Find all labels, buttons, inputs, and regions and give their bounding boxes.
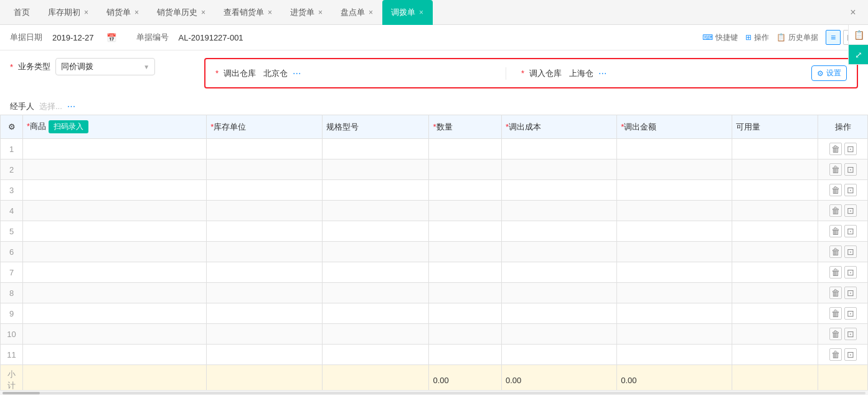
history-button[interactable]: 📋 历史单据 (776, 32, 818, 43)
copy-icon-11[interactable]: ⊡ (844, 348, 857, 361)
cell-product-4[interactable] (23, 201, 207, 221)
cell-available-3[interactable] (732, 180, 818, 201)
cell-cost-11[interactable] (501, 345, 616, 365)
cell-spec-11[interactable] (322, 345, 429, 365)
cell-amount-3[interactable] (617, 180, 732, 201)
delete-icon-10[interactable]: 🗑 (829, 328, 842, 340)
delete-icon-5[interactable]: 🗑 (829, 225, 842, 237)
cell-unit-4[interactable] (207, 201, 322, 221)
copy-icon-8[interactable]: ⊡ (844, 287, 857, 299)
cell-product-5[interactable] (23, 221, 207, 242)
cell-spec-5[interactable] (322, 221, 429, 242)
cell-amount-11[interactable] (617, 345, 732, 365)
copy-icon-1[interactable]: ⊡ (844, 143, 857, 155)
close-purchase-order[interactable]: × (318, 8, 323, 17)
copy-icon-4[interactable]: ⊡ (844, 204, 857, 217)
cell-quantity-7[interactable] (429, 262, 502, 283)
cell-available-8[interactable] (732, 283, 818, 303)
tab-view-sales[interactable]: 查看销货单 × (215, 0, 281, 25)
cell-quantity-4[interactable] (429, 201, 502, 221)
cell-spec-1[interactable] (322, 139, 429, 159)
cell-unit-5[interactable] (207, 221, 322, 242)
col-settings-header[interactable]: ⚙ (1, 115, 23, 139)
delete-icon-9[interactable]: 🗑 (829, 307, 842, 320)
settings-button[interactable]: ⚙ 设置 (811, 65, 847, 81)
cell-unit-1[interactable] (207, 139, 322, 159)
cell-spec-9[interactable] (322, 303, 429, 324)
cell-available-7[interactable] (732, 262, 818, 283)
cell-product-7[interactable] (23, 262, 207, 283)
delete-icon-6[interactable]: 🗑 (829, 245, 842, 258)
tab-transfer[interactable]: 调拨单 × (382, 0, 433, 25)
cell-quantity-10[interactable] (429, 324, 502, 345)
operation-button[interactable]: ⊞ 操作 (745, 32, 769, 43)
delete-icon-7[interactable]: 🗑 (829, 266, 842, 278)
close-stocktake[interactable]: × (369, 8, 373, 17)
cell-cost-1[interactable] (501, 139, 616, 159)
cell-spec-4[interactable] (322, 201, 429, 221)
cell-cost-7[interactable] (501, 262, 616, 283)
cell-cost-5[interactable] (501, 221, 616, 242)
close-sales-order[interactable]: × (134, 8, 139, 17)
cell-product-10[interactable] (23, 324, 207, 345)
cell-spec-7[interactable] (322, 262, 429, 283)
tab-home[interactable]: 首页 (5, 0, 39, 25)
close-inventory-init[interactable]: × (84, 8, 88, 17)
tab-sales-history[interactable]: 销货单历史 × (148, 0, 215, 25)
cell-spec-6[interactable] (322, 242, 429, 262)
cell-amount-10[interactable] (617, 324, 732, 345)
cell-amount-5[interactable] (617, 221, 732, 242)
cell-quantity-5[interactable] (429, 221, 502, 242)
close-sales-history[interactable]: × (201, 8, 205, 17)
warehouse-out-more[interactable]: ··· (293, 68, 301, 79)
cell-product-1[interactable] (23, 139, 207, 159)
cell-product-2[interactable] (23, 159, 207, 180)
cell-quantity-8[interactable] (429, 283, 502, 303)
cell-spec-8[interactable] (322, 283, 429, 303)
delete-icon-1[interactable]: 🗑 (829, 143, 842, 155)
side-doc-list-button[interactable]: 📋 (849, 25, 868, 45)
cell-available-1[interactable] (732, 139, 818, 159)
cell-amount-1[interactable] (617, 139, 732, 159)
person-more[interactable]: ··· (67, 101, 75, 112)
cell-amount-7[interactable] (617, 262, 732, 283)
copy-icon-2[interactable]: ⊡ (844, 163, 857, 176)
cell-available-4[interactable] (732, 201, 818, 221)
cell-product-8[interactable] (23, 283, 207, 303)
cell-amount-6[interactable] (617, 242, 732, 262)
cell-cost-10[interactable] (501, 324, 616, 345)
tab-purchase-order[interactable]: 进货单 × (281, 0, 332, 25)
cell-amount-2[interactable] (617, 159, 732, 180)
cell-product-6[interactable] (23, 242, 207, 262)
cell-amount-4[interactable] (617, 201, 732, 221)
cell-quantity-9[interactable] (429, 303, 502, 324)
person-select[interactable]: 选择... (39, 101, 62, 112)
warehouse-in-more[interactable]: ··· (598, 68, 606, 79)
copy-icon-10[interactable]: ⊡ (844, 328, 857, 340)
tab-sales-order[interactable]: 销货单 × (98, 0, 148, 25)
cell-available-11[interactable] (732, 345, 818, 365)
close-all-tabs[interactable]: × (843, 2, 863, 22)
shortcut-button[interactable]: ⌨ 快捷键 (702, 32, 738, 43)
close-view-sales[interactable]: × (268, 8, 272, 17)
cell-product-11[interactable] (23, 345, 207, 365)
cell-cost-2[interactable] (501, 159, 616, 180)
cell-cost-6[interactable] (501, 242, 616, 262)
copy-icon-6[interactable]: ⊡ (844, 245, 857, 258)
cell-cost-3[interactable] (501, 180, 616, 201)
cell-spec-2[interactable] (322, 159, 429, 180)
cell-product-9[interactable] (23, 303, 207, 324)
cell-spec-10[interactable] (322, 324, 429, 345)
calendar-icon[interactable]: 📅 (106, 33, 116, 42)
cell-quantity-6[interactable] (429, 242, 502, 262)
scrollbar-thumb[interactable] (2, 392, 40, 394)
cell-available-9[interactable] (732, 303, 818, 324)
cell-quantity-3[interactable] (429, 180, 502, 201)
cell-unit-10[interactable] (207, 324, 322, 345)
cell-cost-4[interactable] (501, 201, 616, 221)
cell-unit-11[interactable] (207, 345, 322, 365)
cell-available-10[interactable] (732, 324, 818, 345)
cell-quantity-11[interactable] (429, 345, 502, 365)
cell-unit-6[interactable] (207, 242, 322, 262)
list-view-button[interactable]: ≡ (826, 30, 841, 45)
